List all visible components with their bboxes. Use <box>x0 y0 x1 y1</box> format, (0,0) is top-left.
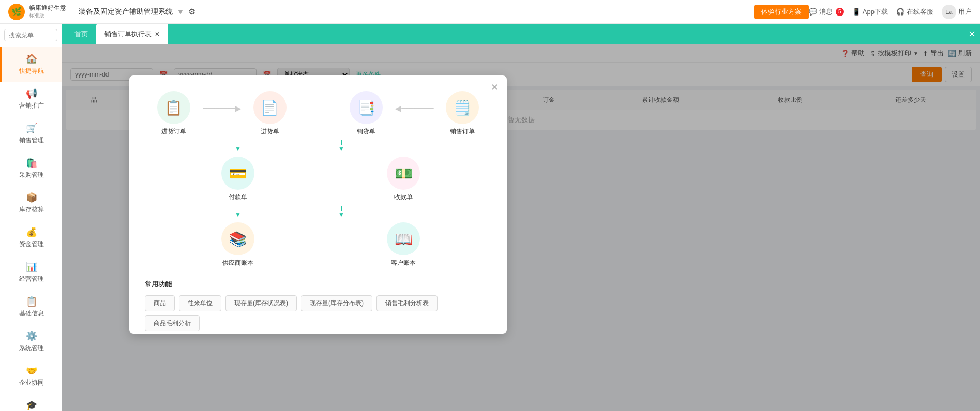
logo-sub: 标准版 <box>29 12 66 19</box>
sales-order-icon: 🗒️ <box>446 91 479 124</box>
func-btn-2[interactable]: 现存量(库存状况表) <box>225 295 297 311</box>
sidebar-item-quick[interactable]: 🏠 快捷导航 <box>0 47 62 82</box>
arrow-row-down: ▼ ▼ <box>145 140 491 153</box>
common-funcs-title: 常用功能 <box>145 280 491 289</box>
receipt-icon: 💵 <box>387 157 420 190</box>
tab-home-label: 首页 <box>74 29 88 39</box>
purchase-bill-label: 进货单 <box>261 127 279 136</box>
main-layout: 🏠 快捷导航 📢 营销推广 🛒 销售管理 🛍️ 采购管理 📦 库存核算 💰 资金… <box>0 24 980 411</box>
tab-sales-exec-label: 销售订单执行表 <box>104 29 152 39</box>
flow-node-sales-bill[interactable]: 📑 销货单 <box>337 91 395 136</box>
sidebar-label-finance: 资金管理 <box>19 240 44 249</box>
newbie-icon: 🎓 <box>26 400 37 411</box>
trial-btn[interactable]: 体验行业方案 <box>754 5 809 19</box>
sales-bill-label: 销货单 <box>357 127 375 136</box>
logo-icon: 🌿 <box>8 4 25 20</box>
tab-home[interactable]: 首页 <box>66 24 96 44</box>
content-area: 首页 销售订单执行表 ✕ ✕ ❓ 帮助 🖨 按模板打印 ▼ <box>62 24 980 411</box>
user-area[interactable]: Ea 用户 <box>942 5 972 19</box>
sidebar-item-sales[interactable]: 🛒 销售管理 <box>0 116 62 151</box>
message-badge: 5 <box>836 8 844 16</box>
app-download-label: App下载 <box>863 7 888 17</box>
chevron-down-icon[interactable]: ▼ <box>177 8 184 16</box>
operations-icon: 📊 <box>26 261 37 272</box>
sidebar-item-purchase[interactable]: 🛍️ 采购管理 <box>0 151 62 186</box>
search-input[interactable] <box>4 29 57 41</box>
sales-icon: 🛒 <box>26 123 37 134</box>
sidebar-label-system: 系统管理 <box>19 344 44 353</box>
avatar: Ea <box>942 5 956 19</box>
flow-node-sales-order[interactable]: 🗒️ 销售订单 <box>433 91 491 136</box>
inventory-icon: 📦 <box>26 192 37 203</box>
logo-text: 畅康通好生意 <box>29 4 66 12</box>
modal-close-btn[interactable]: ✕ <box>491 82 499 93</box>
header-right: 💬 消息 5 📱 App下载 🎧 在线客服 Ea 用户 <box>809 5 972 19</box>
online-service-btn[interactable]: 🎧 在线客服 <box>896 7 933 17</box>
sales-order-label: 销售订单 <box>450 127 475 136</box>
flow-node-supplier-ledger[interactable]: 📚 供应商账本 <box>207 222 269 267</box>
flow-node-customer-ledger[interactable]: 📖 客户账本 <box>372 222 434 267</box>
flow-diagram: 📋 进货订单 ▶ 📄 进货单 <box>145 91 491 267</box>
flow-node-purchase-bill[interactable]: 📄 进货单 <box>241 91 299 136</box>
arrow-h-1: ▶ <box>203 103 241 113</box>
basic-icon: 📋 <box>26 296 37 307</box>
arrow-row-down-2: ▼ ▼ <box>145 206 491 218</box>
modal-overlay[interactable]: ✕ 📋 进货订单 ▶ <box>62 44 980 411</box>
home-icon: 🏠 <box>26 53 37 65</box>
func-buttons-row-1: 商品 往来单位 现存量(库存状况表) 现存量(库存分布表) 销售毛利分析表 商品… <box>145 295 491 331</box>
sidebar-item-enterprise[interactable]: 🤝 企业协同 <box>0 359 62 393</box>
system-title: 装备及固定资产辅助管理系统 ▼ ⚙ <box>79 7 754 17</box>
purchase-order-icon: 📋 <box>157 91 190 124</box>
online-service-label: 在线客服 <box>907 7 933 17</box>
tab-bar: 首页 销售订单执行表 ✕ ✕ <box>62 24 980 44</box>
func-btn-3[interactable]: 现存量(库存分布表) <box>301 295 372 311</box>
purchase-bill-icon: 📄 <box>253 91 287 124</box>
message-label: 消息 <box>819 7 833 17</box>
sidebar-label-basic: 基础信息 <box>19 309 44 318</box>
sidebar-search-area[interactable] <box>0 24 62 47</box>
sidebar-item-marketing[interactable]: 📢 营销推广 <box>0 82 62 116</box>
common-funcs: 常用功能 商品 往来单位 现存量(库存状况表) 现存量(库存分布表) 销售毛利分… <box>145 280 491 334</box>
user-label: 用户 <box>958 7 972 17</box>
func-btn-5[interactable]: 商品毛利分析 <box>145 315 200 331</box>
sidebar-item-system[interactable]: ⚙️ 系统管理 <box>0 324 62 359</box>
download-icon: 📱 <box>852 8 861 16</box>
top-header: 🌿 畅康通好生意 标准版 装备及固定资产辅助管理系统 ▼ ⚙ 体验行业方案 💬 … <box>0 0 980 24</box>
sidebar-label-enterprise: 企业协同 <box>19 378 44 387</box>
sales-bill-icon: 📑 <box>350 91 383 124</box>
enterprise-icon: 🤝 <box>26 365 37 376</box>
sidebar-label-purchase: 采购管理 <box>19 171 44 179</box>
func-btn-1[interactable]: 往来单位 <box>179 295 221 311</box>
purchase-icon: 🛍️ <box>26 157 37 169</box>
app-download-btn[interactable]: 📱 App下载 <box>852 7 888 17</box>
logo-area: 🌿 畅康通好生意 标准版 <box>8 4 70 20</box>
settings-icon[interactable]: ⚙ <box>188 7 195 17</box>
tab-sales-exec[interactable]: 销售订单执行表 ✕ <box>96 24 168 44</box>
sidebar-item-inventory[interactable]: 📦 库存核算 <box>0 186 62 220</box>
flow-node-payment[interactable]: 💳 付款单 <box>207 157 269 202</box>
sidebar-item-finance[interactable]: 💰 资金管理 <box>0 220 62 255</box>
tab-expand-btn[interactable]: ✕ <box>968 28 976 40</box>
func-btn-0[interactable]: 商品 <box>145 295 175 311</box>
sidebar-label-operations: 经营管理 <box>19 275 44 283</box>
sidebar-item-newbie[interactable]: 🎓 新手引导 <box>0 393 62 411</box>
sidebar-item-operations[interactable]: 📊 经营管理 <box>0 255 62 290</box>
tab-close-icon[interactable]: ✕ <box>155 31 160 38</box>
receipt-label: 收款单 <box>394 193 413 202</box>
payment-icon: 💳 <box>221 157 254 190</box>
message-btn[interactable]: 💬 消息 5 <box>809 7 844 17</box>
supplier-ledger-label: 供应商账本 <box>222 258 253 267</box>
payment-label: 付款单 <box>229 193 247 202</box>
func-btn-4[interactable]: 销售毛利分析表 <box>376 295 438 311</box>
flow-node-receipt[interactable]: 💵 收款单 <box>372 157 434 202</box>
sidebar-label-marketing: 营销推广 <box>19 101 44 110</box>
page-content: ❓ 帮助 🖨 按模板打印 ▼ ⬆ 导出 🔄 刷新 <box>62 44 980 411</box>
marketing-icon: 📢 <box>26 88 37 99</box>
flow-node-purchase-order[interactable]: 📋 进货订单 <box>145 91 203 136</box>
flow-row-1: 📋 进货订单 ▶ 📄 进货单 <box>145 91 491 136</box>
sidebar-label-sales: 销售管理 <box>19 136 44 145</box>
system-name: 装备及固定资产辅助管理系统 <box>79 7 173 17</box>
sidebar-item-basic[interactable]: 📋 基础信息 <box>0 290 62 324</box>
purchase-order-label: 进货订单 <box>161 127 186 136</box>
sidebar: 🏠 快捷导航 📢 营销推广 🛒 销售管理 🛍️ 采购管理 📦 库存核算 💰 资金… <box>0 24 62 411</box>
